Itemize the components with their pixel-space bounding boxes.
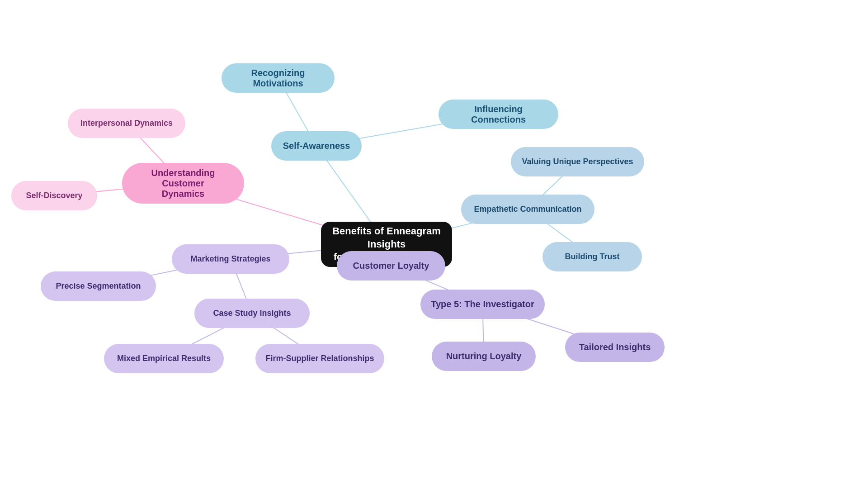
node-tailored-insights: Tailored Insights [565,333,665,362]
self-discovery-label: Self-Discovery [26,191,82,200]
node-case-study-insights: Case Study Insights [194,299,310,328]
node-marketing-strategies: Marketing Strategies [172,244,289,274]
node-building-trust: Building Trust [542,242,642,271]
building-trust-label: Building Trust [565,252,620,262]
marketing-strategies-label: Marketing Strategies [190,254,270,264]
mixed-empirical-label: Mixed Empirical Results [117,354,211,363]
node-influencing-connections: Influencing Connections [439,100,558,129]
recognizing-motivations-label: Recognizing Motivations [231,68,325,89]
node-recognizing-motivations: Recognizing Motivations [222,63,335,93]
node-customer-loyalty: Customer Loyalty [337,251,445,281]
node-interpersonal-dynamics: Interpersonal Dynamics [68,109,185,138]
case-study-insights-label: Case Study Insights [213,309,291,318]
node-self-awareness: Self-Awareness [271,131,362,161]
understanding-customer-label: Understanding Customer Dynamics [132,168,234,199]
influencing-connections-label: Influencing Connections [448,104,548,125]
nurturing-loyalty-label: Nurturing Loyalty [446,351,522,362]
node-mixed-empirical: Mixed Empirical Results [104,344,224,373]
self-awareness-label: Self-Awareness [283,141,350,151]
node-nurturing-loyalty: Nurturing Loyalty [432,342,536,371]
precise-segmentation-label: Precise Segmentation [56,281,141,291]
interpersonal-dynamics-label: Interpersonal Dynamics [80,119,173,128]
node-type5: Type 5: The Investigator [420,290,545,319]
node-firm-supplier: Firm-Supplier Relationships [255,344,384,373]
valuing-unique-label: Valuing Unique Perspectives [522,157,633,167]
node-valuing-unique: Valuing Unique Perspectives [511,147,644,176]
customer-loyalty-label: Customer Loyalty [353,261,429,271]
node-empathetic-communication: Empathetic Communication [461,195,594,224]
type5-label: Type 5: The Investigator [431,299,534,309]
node-self-discovery: Self-Discovery [11,181,97,210]
node-understanding-customer: Understanding Customer Dynamics [122,163,244,204]
node-precise-segmentation: Precise Segmentation [41,271,156,301]
tailored-insights-label: Tailored Insights [579,342,651,352]
empathetic-communication-label: Empathetic Communication [474,205,581,214]
firm-supplier-label: Firm-Supplier Relationships [265,354,374,363]
